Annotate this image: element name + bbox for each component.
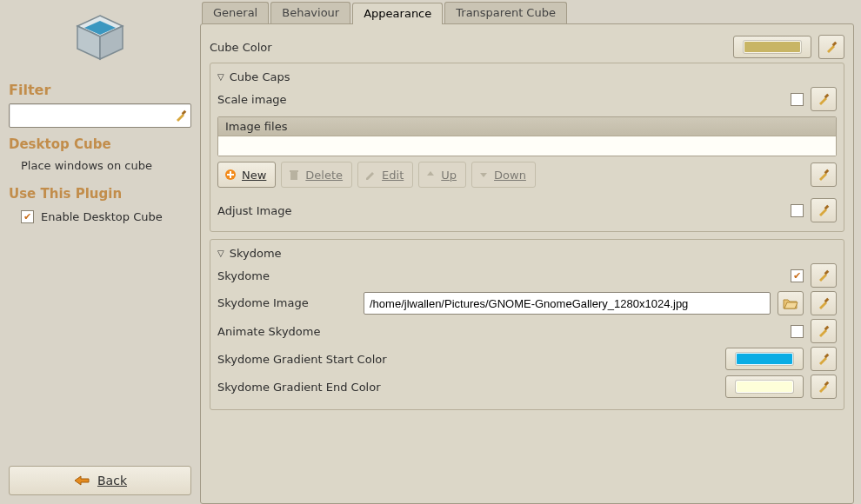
cube-caps-title: Cube Caps [230, 70, 290, 83]
up-arrow-icon [424, 169, 437, 181]
scale-image-checkbox[interactable] [791, 93, 804, 106]
skydome-image-input[interactable] [364, 292, 771, 315]
delete-button[interactable]: Delete [281, 162, 352, 188]
cube-color-swatch [744, 41, 801, 53]
skydome-enable-row: Skydome [217, 262, 837, 289]
gradient-start-row: Skydome Gradient Start Color [217, 345, 837, 373]
sidebar: Filter Desktop Cube Place windows on cub… [0, 0, 200, 504]
tab-behaviour[interactable]: Behaviour [270, 2, 350, 23]
svg-rect-15 [824, 354, 830, 359]
star-add-icon [224, 168, 237, 182]
plugin-name-heading: Desktop Cube [9, 136, 191, 152]
app-window: Filter Desktop Cube Place windows on cub… [0, 0, 861, 504]
edit-button-label: Edit [382, 169, 404, 182]
skydome-header[interactable]: ▽ Skydome [217, 243, 837, 262]
down-button-label: Down [494, 169, 526, 182]
gradient-start-swatch [736, 353, 793, 365]
adjust-image-checkbox[interactable] [791, 204, 804, 217]
use-plugin-heading: Use This Plugin [9, 186, 191, 202]
back-button[interactable]: Back [9, 466, 191, 495]
down-arrow-icon [477, 169, 490, 181]
tab-general[interactable]: General [202, 2, 269, 23]
brush-icon [817, 296, 831, 310]
adjust-image-row: Adjust Image [217, 196, 837, 224]
image-files-toolbar: New Delete Edit Up [217, 162, 837, 188]
skydome-enable-label: Skydome [217, 269, 784, 282]
scale-image-label: Scale image [217, 93, 784, 106]
skydome-image-row: Skydome Image [217, 289, 837, 317]
cube-caps-header[interactable]: ▽ Cube Caps [217, 67, 837, 85]
image-files-body [218, 136, 836, 156]
skydome-image-reset-button[interactable] [811, 291, 837, 315]
svg-rect-12 [824, 270, 830, 275]
cube-color-button[interactable] [733, 36, 811, 58]
scale-image-reset-button[interactable] [811, 87, 837, 111]
brush-icon [817, 168, 831, 182]
cube-color-label: Cube Color [210, 41, 726, 54]
svg-rect-13 [824, 298, 830, 303]
gradient-start-reset-button[interactable] [811, 347, 837, 371]
animate-skydome-reset-button[interactable] [811, 319, 837, 343]
scale-image-row: Scale image [217, 85, 837, 113]
tab-appearance[interactable]: Appearance [352, 3, 443, 24]
brush-icon [824, 40, 838, 54]
plugin-description: Place windows on cube [9, 154, 191, 177]
skydome-enable-checkbox[interactable] [791, 269, 804, 282]
filter-heading: Filter [9, 82, 191, 98]
sidebar-spacer [9, 224, 191, 466]
plugin-icon [9, 12, 191, 63]
gradient-end-reset-button[interactable] [811, 375, 837, 399]
gradient-end-swatch [736, 381, 793, 393]
tab-bar: GeneralBehaviourAppearanceTransparent Cu… [200, 2, 854, 23]
cube-color-reset-button[interactable] [818, 35, 844, 59]
skydome-image-browse-button[interactable] [778, 291, 804, 315]
brush-icon [817, 324, 831, 338]
gradient-end-label: Skydome Gradient End Color [217, 381, 718, 394]
enable-plugin-row: Enable Desktop Cube [9, 203, 191, 224]
animate-skydome-row: Animate Skydome [217, 317, 837, 345]
brush-icon [174, 109, 188, 123]
gradient-end-button[interactable] [725, 375, 804, 398]
filter-box [9, 103, 191, 128]
brush-icon [817, 269, 831, 282]
animate-skydome-label: Animate Skydome [217, 325, 784, 338]
skydome-enable-reset-button[interactable] [811, 263, 837, 288]
cube-color-row: Cube Color [210, 33, 844, 61]
cube-icon [72, 12, 128, 63]
expander-icon: ▽ [217, 72, 224, 82]
svg-rect-10 [824, 169, 830, 175]
filter-input[interactable] [10, 109, 171, 123]
tab-transparent-cube[interactable]: Transparent Cube [444, 2, 567, 23]
delete-icon [287, 168, 301, 182]
image-files-list[interactable]: Image files [217, 116, 837, 156]
clear-filter-icon[interactable] [171, 109, 190, 123]
gradient-start-label: Skydome Gradient Start Color [217, 353, 718, 366]
brush-icon [817, 92, 831, 106]
skydome-group: ▽ Skydome Skydome Skydome Image [210, 239, 844, 410]
main-area: GeneralBehaviourAppearanceTransparent Cu… [200, 0, 861, 504]
svg-rect-16 [824, 381, 830, 387]
brush-icon [817, 352, 831, 366]
up-button[interactable]: Up [418, 162, 466, 188]
new-button-label: New [242, 169, 266, 182]
back-button-label: Back [97, 474, 127, 487]
svg-rect-11 [824, 205, 830, 210]
svg-rect-5 [832, 42, 838, 47]
image-files-reset-button[interactable] [811, 162, 837, 187]
edit-button[interactable]: Edit [357, 162, 413, 188]
gradient-start-button[interactable] [725, 348, 804, 370]
edit-icon [364, 168, 377, 182]
settings-panel: Cube Color ▽ Cube Caps Scale image [200, 23, 854, 504]
new-button[interactable]: New [217, 162, 276, 188]
animate-skydome-checkbox[interactable] [791, 325, 804, 338]
adjust-image-label: Adjust Image [217, 204, 784, 217]
cube-caps-group: ▽ Cube Caps Scale image Image files [210, 63, 844, 232]
adjust-image-reset-button[interactable] [811, 198, 837, 222]
skydome-image-label: Skydome Image [217, 296, 357, 310]
skydome-title: Skydome [230, 247, 282, 260]
up-button-label: Up [441, 169, 457, 182]
svg-rect-9 [290, 170, 298, 172]
enable-plugin-checkbox[interactable] [21, 210, 34, 223]
svg-rect-14 [824, 326, 830, 331]
down-button[interactable]: Down [471, 162, 536, 188]
